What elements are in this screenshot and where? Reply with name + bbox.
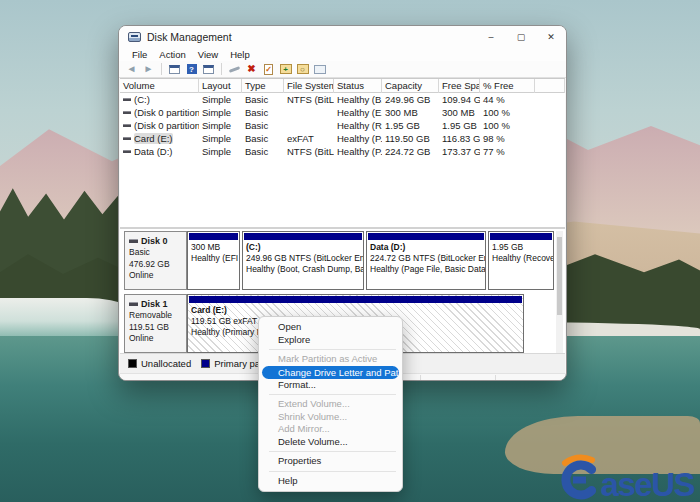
- menu-item-extend-volume[interactable]: Extend Volume...: [259, 398, 402, 411]
- disk-0-row: Disk 0 Basic 476.92 GB Online 300 MBHeal…: [120, 231, 565, 290]
- menu-file[interactable]: File: [126, 49, 153, 60]
- volume-icon: [123, 111, 131, 114]
- column-header-layout[interactable]: Layout: [199, 79, 242, 93]
- column-header-free-space[interactable]: Free Spa...: [439, 79, 480, 93]
- menu-item-properties[interactable]: Properties: [259, 455, 402, 468]
- volume-icon: [123, 98, 131, 101]
- toolbar: ◄ ► ? ✖ ✓ + ○: [119, 61, 566, 78]
- menu-item-shrink-volume[interactable]: Shrink Volume...: [259, 411, 402, 424]
- menu-item-mark-partition-active[interactable]: Mark Partition as Active: [259, 353, 402, 366]
- back-icon[interactable]: ◄: [125, 63, 138, 75]
- column-header-pct-free[interactable]: % Free: [480, 79, 535, 93]
- attach-icon[interactable]: [228, 63, 241, 75]
- table-row-data-d[interactable]: Data (D:) Simple Basic NTFS (BitLo... He…: [120, 145, 565, 158]
- primary-partition-stripe: [189, 233, 238, 240]
- window-title: Disk Management: [147, 31, 232, 43]
- disk-management-icon: [128, 32, 141, 42]
- check-document-icon[interactable]: ✓: [262, 63, 275, 75]
- help-icon[interactable]: ?: [185, 63, 198, 75]
- menu-bar: File Action View Help: [119, 48, 566, 61]
- maximize-button[interactable]: ▢: [506, 26, 536, 48]
- vertical-scrollbar[interactable]: [556, 231, 563, 353]
- menu-item-help[interactable]: Help: [259, 475, 402, 488]
- title-bar[interactable]: Disk Management – ▢ ✕: [119, 26, 566, 48]
- volume-table-header: Volume Layout Type File System Status Ca…: [120, 79, 565, 93]
- volume-icon: [123, 124, 131, 127]
- partition-efi[interactable]: 300 MBHealthy (EFI Sy: [187, 231, 240, 290]
- column-header-capacity[interactable]: Capacity: [382, 79, 439, 93]
- primary-partition-stripe: [368, 233, 484, 240]
- disk-0-label[interactable]: Disk 0 Basic 476.92 GB Online: [124, 231, 187, 290]
- column-header-type[interactable]: Type: [242, 79, 284, 93]
- primary-partition-stripe: [490, 233, 552, 240]
- menu-item-add-mirror[interactable]: Add Mirror...: [259, 423, 402, 436]
- table-row-disk0-part5[interactable]: (Disk 0 partition 5) Simple Basic Health…: [120, 119, 565, 132]
- menu-separator: [269, 471, 396, 472]
- minimize-button[interactable]: –: [476, 26, 506, 48]
- disk-icon: [129, 302, 138, 306]
- console-window-icon[interactable]: [168, 63, 181, 75]
- primary-partition-stripe: [244, 233, 362, 240]
- easeus-logo: aseUS: [559, 454, 694, 500]
- column-header-status[interactable]: Status: [334, 79, 382, 93]
- disk-icon: [129, 239, 138, 243]
- partition-recovery[interactable]: 1.95 GBHealthy (Recovery Pa: [488, 231, 554, 290]
- menu-item-change-drive-letter[interactable]: Change Drive Letter and Paths...: [262, 366, 399, 379]
- toolbar-separator: [221, 63, 222, 75]
- console-tree-icon[interactable]: [202, 63, 215, 75]
- close-button[interactable]: ✕: [536, 26, 566, 48]
- add-folder-icon[interactable]: +: [279, 63, 292, 75]
- menu-separator: [269, 349, 396, 350]
- menu-item-format[interactable]: Format...: [259, 379, 402, 392]
- scrollbar-thumb[interactable]: [557, 237, 562, 315]
- partition-context-menu: Open Explore Mark Partition as Active Ch…: [258, 316, 403, 492]
- table-row-disk0-part1[interactable]: (Disk 0 partition 1) Simple Basic Health…: [120, 106, 565, 119]
- volume-list-pane: Volume Layout Type File System Status Ca…: [120, 78, 565, 227]
- volume-icon: [123, 150, 131, 153]
- column-header-filler: [535, 79, 565, 93]
- menu-separator: [269, 451, 396, 452]
- unallocated-swatch: [128, 359, 137, 368]
- easeus-logo-text: aseUS: [601, 469, 694, 500]
- easeus-c-icon: [559, 454, 601, 500]
- disk-1-label[interactable]: Disk 1 Removable 119.51 GB Online: [124, 294, 187, 353]
- column-header-volume[interactable]: Volume: [120, 79, 199, 93]
- table-row-card-e[interactable]: Card (E:) Simple Basic exFAT Healthy (P.…: [120, 132, 565, 145]
- delete-icon[interactable]: ✖: [245, 63, 258, 75]
- menu-separator: [269, 394, 396, 395]
- partition-c[interactable]: (C:)249.96 GB NTFS (BitLocker EncrypteHe…: [242, 231, 364, 290]
- primary-partition-stripe: [189, 296, 522, 303]
- menu-help[interactable]: Help: [224, 49, 256, 60]
- menu-action[interactable]: Action: [153, 49, 191, 60]
- legend-unallocated: Unallocated: [128, 358, 191, 369]
- partition-data-d[interactable]: Data (D:)224.72 GB NTFS (BitLocker Encry…: [366, 231, 486, 290]
- forward-icon[interactable]: ►: [142, 63, 155, 75]
- toolbar-separator: [161, 63, 162, 75]
- column-header-file-system[interactable]: File System: [284, 79, 334, 93]
- menu-item-explore[interactable]: Explore: [259, 334, 402, 347]
- menu-item-delete-volume[interactable]: Delete Volume...: [259, 436, 402, 449]
- panel-icon[interactable]: [313, 63, 326, 75]
- volume-icon: [123, 137, 131, 140]
- search-folder-icon[interactable]: ○: [296, 63, 309, 75]
- menu-view[interactable]: View: [192, 49, 224, 60]
- table-row-c[interactable]: (C:) Simple Basic NTFS (BitLo... Healthy…: [120, 93, 565, 106]
- menu-item-open[interactable]: Open: [259, 321, 402, 334]
- desktop: Disk Management – ▢ ✕ File Action View H…: [0, 0, 700, 502]
- primary-partition-swatch: [201, 359, 210, 368]
